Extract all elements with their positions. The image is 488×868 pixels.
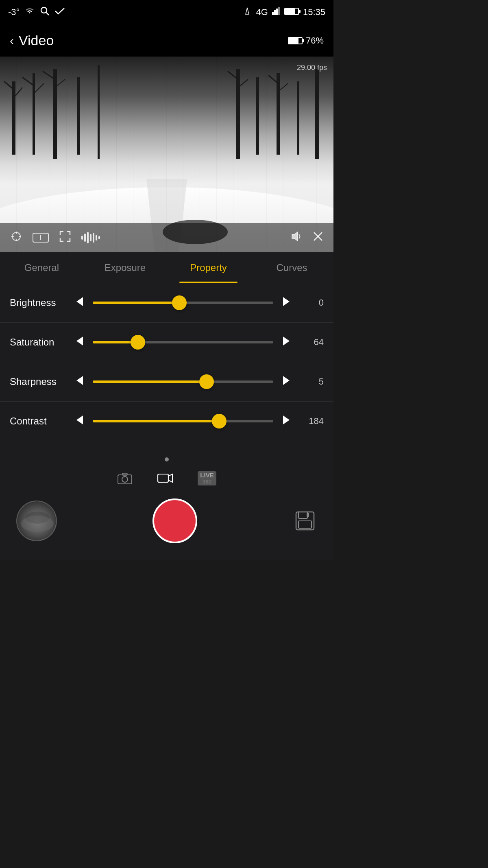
- svg-rect-4: [274, 10, 276, 15]
- svg-rect-48: [298, 512, 307, 518]
- battery-status-bar: [284, 7, 299, 17]
- sharpness-dec[interactable]: [73, 376, 86, 387]
- brightness-dec[interactable]: [73, 297, 86, 308]
- svg-point-46: [21, 516, 54, 532]
- svg-marker-2: [246, 8, 249, 14]
- temperature: -3°: [8, 7, 20, 17]
- svg-rect-3: [272, 12, 274, 15]
- sharpness-row: Sharpness 5: [0, 362, 333, 402]
- header-left: ‹ Video: [10, 33, 54, 48]
- header-right: 76%: [288, 35, 324, 46]
- brightness-label: Brightness: [10, 297, 67, 308]
- contrast-inc[interactable]: [280, 415, 293, 427]
- wifi-icon: [24, 7, 35, 17]
- contrast-slider[interactable]: [93, 413, 273, 429]
- vr-icon[interactable]: [33, 233, 49, 243]
- fps-badge: 29.00 fps: [297, 63, 327, 72]
- svg-rect-6: [278, 7, 280, 15]
- saturation-slider[interactable]: [93, 334, 273, 350]
- contrast-row: Contrast 184: [0, 402, 333, 441]
- photo-mode[interactable]: [117, 472, 133, 485]
- sharpness-value: 5: [299, 376, 324, 387]
- svg-marker-43: [168, 474, 172, 482]
- expand-icon[interactable]: [59, 230, 72, 246]
- save-button[interactable]: [293, 509, 317, 533]
- video-preview: 29.00 fps: [0, 57, 333, 252]
- svg-rect-50: [307, 513, 309, 517]
- tabs: General Exposure Property Curves: [0, 252, 333, 283]
- brightness-slider[interactable]: [93, 295, 273, 311]
- svg-line-1: [46, 13, 49, 15]
- volume-icon[interactable]: [290, 230, 303, 246]
- svg-point-0: [41, 7, 47, 13]
- dot-indicator: [0, 454, 333, 468]
- thumbnail[interactable]: [16, 501, 57, 541]
- live360-mode[interactable]: LIVE 360: [198, 471, 216, 485]
- contrast-label: Contrast: [10, 415, 67, 427]
- svg-rect-42: [158, 474, 168, 482]
- page-title: Video: [19, 33, 54, 48]
- svg-rect-5: [276, 9, 278, 15]
- saturation-value: 64: [299, 337, 324, 348]
- svg-rect-49: [298, 521, 312, 528]
- crosshair-icon[interactable]: [10, 230, 23, 246]
- contrast-dec[interactable]: [73, 415, 86, 427]
- saturation-row: Saturation 64: [0, 323, 333, 362]
- tab-curves[interactable]: Curves: [250, 252, 333, 283]
- tab-general[interactable]: General: [0, 252, 83, 283]
- saturation-dec[interactable]: [73, 337, 86, 348]
- check-icon: [54, 7, 65, 17]
- saturation-inc[interactable]: [280, 337, 293, 348]
- sharpness-inc[interactable]: [280, 376, 293, 387]
- video-mode[interactable]: [157, 472, 173, 485]
- page-dot: [165, 457, 169, 461]
- tab-exposure[interactable]: Exposure: [83, 252, 167, 283]
- search-icon: [40, 6, 50, 18]
- waveform-icon: [81, 231, 100, 244]
- bottom-bar: LIVE 360: [0, 448, 333, 560]
- time: 15:35: [303, 7, 325, 17]
- tab-property[interactable]: Property: [167, 252, 250, 283]
- brightness-inc[interactable]: [280, 297, 293, 308]
- svg-rect-41: [122, 473, 127, 475]
- svg-point-40: [122, 477, 128, 482]
- battery-percent: 76%: [306, 35, 324, 46]
- status-left: -3°: [8, 6, 65, 18]
- sharpness-slider[interactable]: [93, 374, 273, 390]
- status-bar: -3° 4G 15:35: [0, 0, 333, 24]
- signal-icon: [242, 7, 252, 17]
- header: ‹ Video 76%: [0, 24, 333, 57]
- signal-bars: [272, 7, 280, 17]
- close-icon[interactable]: [312, 231, 324, 245]
- battery-header: [288, 37, 303, 44]
- saturation-label: Saturation: [10, 337, 67, 348]
- record-inner: [159, 505, 191, 537]
- brightness-row: Brightness 0: [0, 283, 333, 323]
- back-button[interactable]: ‹: [10, 34, 14, 48]
- controls-left: [10, 230, 100, 246]
- status-right: 4G 15:35: [242, 7, 325, 17]
- sharpness-label: Sharpness: [10, 376, 67, 387]
- sliders-section: Brightness 0 Saturation 64 Sharpness: [0, 283, 333, 448]
- contrast-value: 184: [299, 416, 324, 426]
- record-button[interactable]: [152, 498, 197, 543]
- capture-row: [0, 492, 333, 560]
- camera-modes: LIVE 360: [0, 468, 333, 492]
- svg-marker-36: [292, 232, 298, 241]
- brightness-value: 0: [299, 297, 324, 308]
- video-controls: [0, 223, 333, 252]
- controls-right: [290, 230, 324, 246]
- network-type: 4G: [256, 7, 268, 17]
